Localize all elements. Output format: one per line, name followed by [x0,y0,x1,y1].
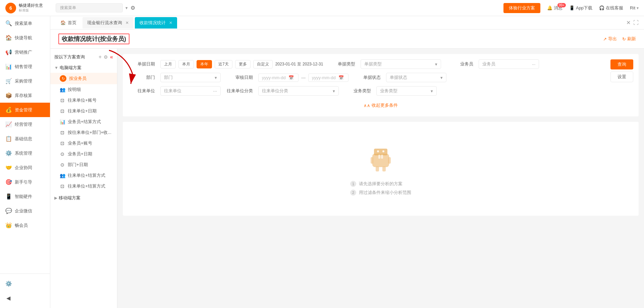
tab-close-all-btn[interactable]: ✕ [626,19,631,26]
header-gear-icon[interactable]: ⚙ [130,5,135,11]
scheme-add-btn[interactable]: + [99,54,102,60]
export-icon: ↗ [603,37,607,42]
scheme-group-mobile-title[interactable]: ▶ 移动端方案 [50,193,117,203]
sidebar-item-member[interactable]: 👑 畅会员 [0,218,50,233]
refresh-label: 刷新 [627,36,636,42]
app-download-item[interactable]: 📱 App下载 [569,5,592,11]
sidebar-settings[interactable]: ⚙️ [0,276,50,291]
refresh-button[interactable]: ↻ 刷新 [622,36,636,42]
sidebar-item-operations[interactable]: 📈 经营管理 [0,117,50,132]
scheme-item-partner-payment2[interactable]: ⊡ 往来单位+结算方式 [50,181,117,192]
review-date-end[interactable]: yyyy-mm-dd 📅 [308,73,348,82]
dept-label: 部门 [128,74,155,81]
sidebar-item-system[interactable]: ⚙️ 系统管理 [0,146,50,160]
empty-tip-1: 1 请先选择要分析的方案 [350,181,411,187]
date-btn-last-month[interactable]: 上月 [160,60,176,68]
scheme-item-partner-account[interactable]: ⊡ 往来单位+账号 [50,95,117,106]
date-range-sep: 至 [297,61,301,67]
salesperson-select[interactable]: 业务员 ··· [479,59,539,69]
sidebar-item-label: 营销推广 [15,49,32,55]
group-toggle-icon: ▶ [54,196,57,200]
scheme-settings-btn[interactable]: ⚙ [104,54,108,60]
sidebar-item-label: 企业协同 [15,165,32,171]
scheme-item-label: 按往来单位+部门+收... [68,130,111,136]
query-button[interactable]: 查询 [610,59,633,69]
tab-bank-flow-close[interactable]: ✕ [125,20,129,25]
header-chevron-icon[interactable]: ▾ [125,5,128,10]
sidebar-item-sales[interactable]: 📊 销售管理 [0,59,50,74]
trial-button[interactable]: 体验行业方案 [503,3,540,13]
tab-collection-close[interactable]: ✕ [169,20,172,25]
scheme-item-label: 往来单位+账号 [68,97,97,103]
scheme-item-label: 业务员+日期 [68,151,92,157]
group-label: 电脑端方案 [60,65,82,71]
sidebar-item-label: 畅会员 [15,222,28,228]
date-btn-7days[interactable]: 近7天 [215,60,232,68]
scheme-collapse-btn[interactable]: « [110,54,113,60]
date-btn-more[interactable]: 更多 [235,60,251,68]
filter-row-dept: 部门 部门 ▾ 审核日期 yyyy-mm-dd 📅 [128,73,605,82]
sidebar-item-purchase[interactable]: 🛒 采购管理 [0,74,50,88]
settings-button[interactable]: 设置 [610,71,633,82]
scheme-item-partner-dept-collect[interactable]: ⊡ 按往来单位+部门+收... [50,127,117,138]
scheme-header: 按以下方案查询 + ⚙ « [50,53,117,63]
sidebar-item-basic-info[interactable]: 📋 基础信息 [0,132,50,146]
partner-select[interactable]: 往来单位 ··· [160,86,221,96]
dept-select[interactable]: 部门 ▾ [160,73,221,82]
more-dots-icon: ··· [532,62,536,67]
sidebar-item-finance[interactable]: 💰 资金管理 [0,103,50,117]
scheme-group-desktop-title[interactable]: ▼ 电脑端方案 [50,63,117,73]
sidebar-item-search-menu[interactable]: 🔍 搜索菜单 [0,16,50,31]
chevron-down-icon: ▾ [440,75,443,80]
scheme-item-by-salesperson[interactable]: ↻ 按业务员 [50,73,117,84]
sidebar-item-quick-nav[interactable]: 🏠 快捷导航 [0,31,50,45]
bell-icon: 🔔 [547,5,552,10]
system-icon: ⚙️ [5,150,11,156]
app-download-label: App下载 [576,5,592,11]
notifications-item[interactable]: 🔔 消息 99+ [547,5,562,11]
scheme-item-salesperson-date[interactable]: ⊙ 业务员+日期 [50,149,117,159]
mobile-icon: 📱 [569,5,575,10]
voucher-type-select[interactable]: 单据类型 ▾ [361,59,441,69]
collapse-button[interactable]: ∧∧ 收起更多条件 [364,102,398,108]
enterprise-icon: 🤝 [5,164,11,171]
scheme-group-mobile: ▶ 移动端方案 [50,193,117,203]
sidebar-item-marketing[interactable]: 📢 营销推广 [0,45,50,59]
app-name: 畅捷通好生意 [19,3,43,8]
scheme-header-title: 按以下方案查询 [54,54,85,60]
app-edition: 标准版 [19,8,43,13]
chevron-down-icon: ▾ [435,62,437,67]
voucher-status-select[interactable]: 单据状态 ▾ [386,73,446,82]
customer-service-item[interactable]: 🎧 在线客服 [599,5,623,11]
export-button[interactable]: ↗ 导出 [603,36,617,42]
header-search-box[interactable]: 搜索菜单 [56,3,123,12]
tab-collection[interactable]: 收款情况统计 ✕ [135,17,177,29]
sidebar-item-wechat[interactable]: 💬 企业微信 [0,204,50,218]
tab-expand-btn[interactable]: ⛶ [633,19,639,26]
date-btn-this-month[interactable]: 本月 [178,60,194,68]
sidebar-item-label: 快捷导航 [15,35,32,41]
date-btn-custom[interactable]: 自定义 [253,60,273,68]
business-type-select[interactable]: 业务类型 ▾ [376,86,437,96]
date-btn-this-year[interactable]: 本年 [197,60,212,68]
sidebar-item-newbie[interactable]: 🎯 新手引导 [0,175,50,189]
tab-home[interactable]: 🏠 首页 [56,17,81,29]
scheme-item-partner-date[interactable]: ⊡ 往来单位+日期 [50,106,117,116]
sidebar-collapse[interactable]: ◀ [0,291,50,305]
tab-bank-flow[interactable]: 现金银行流水查询 ✕ [83,17,133,29]
sidebar-item-inventory[interactable]: 📦 库存核算 [0,88,50,103]
scheme-item-salesperson-account[interactable]: ⊡ 业务员+账号 [50,138,117,149]
scheme-item-by-detail[interactable]: 👥 按明细 [50,84,117,95]
scheme-item-dept-date[interactable]: ⊙ 部门+日期 [50,159,117,170]
header-search-area: 搜索菜单 ▾ ⚙ [56,3,156,12]
partner-category-select[interactable]: 往来单位分类 ▾ [258,86,339,96]
review-date-start[interactable]: yyyy-mm-dd 📅 [258,73,299,82]
scheme-item-label: 业务员+结算方式 [68,119,101,125]
scheme-item-salesperson-payment[interactable]: 📊 业务员+结算方式 [50,116,117,127]
scheme-item-partner-payment1[interactable]: 👥 往来单位+结算方式 [50,170,117,181]
sidebar-item-smart-hw[interactable]: 📱 智能硬件 [0,189,50,204]
user-item[interactable]: Rit ▾ [630,5,639,10]
sidebar-item-enterprise[interactable]: 🤝 企业协同 [0,160,50,175]
svg-rect-9 [382,166,386,171]
marketing-icon: 📢 [5,49,11,55]
